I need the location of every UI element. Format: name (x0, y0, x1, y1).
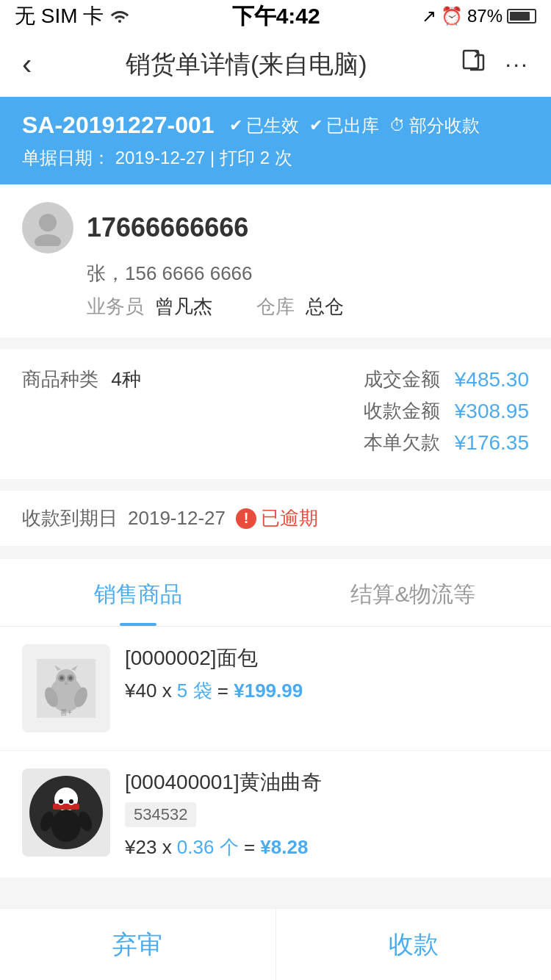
summary-grid: 商品种类 4种 成交金额 ¥485.30 收款金额 ¥308.95 本单欠款 ¥… (22, 367, 529, 461)
collected-row: 收款金额 ¥308.95 (364, 398, 529, 424)
status-badges: ✔ 已生效 ✔ 已出库 ⏱ 部分收款 (229, 114, 480, 137)
alarm-icon: ⏰ (441, 6, 463, 26)
product-price-1: ¥40 x 5 袋 = ¥199.99 (125, 678, 529, 704)
status-right: ↗ ⏰ 87% (422, 6, 536, 26)
battery-percent: 87% (467, 6, 503, 26)
collected-label: 收款金额 (364, 398, 440, 424)
warehouse-value: 总仓 (306, 295, 344, 317)
more-icon[interactable]: ··· (505, 51, 529, 78)
status-left: 无 SIM 卡 (15, 2, 130, 30)
summary-right: 成交金额 ¥485.30 收款金额 ¥308.95 本单欠款 ¥176.35 (364, 367, 529, 461)
overdue-text: 已逾期 (261, 505, 318, 531)
warehouse-field: 仓库 总仓 (256, 294, 344, 320)
status-badge-partial: ⏱ 部分收款 (389, 114, 480, 137)
collected-value: ¥308.95 (455, 400, 529, 423)
customer-sub: 张，156 6666 6666 (87, 261, 529, 287)
order-id: SA-20191227-001 (22, 112, 215, 139)
product-item-2: [000400001]黄油曲奇 534532 ¥23 x 0.36 个 = ¥8… (0, 751, 551, 879)
overdue-badge: ! 已逾期 (236, 505, 318, 531)
time-display: 下午4:42 (232, 1, 320, 32)
product-image-1: 兽+ (22, 644, 110, 732)
nav-actions: ··· (461, 48, 529, 81)
salesperson-label: 业务员 (87, 295, 144, 317)
tab-products[interactable]: 销售商品 (0, 559, 276, 626)
cancel-review-button[interactable]: 弃审 (0, 909, 276, 980)
back-button[interactable]: ‹ (22, 48, 32, 81)
check-icon-2: ✔ (309, 116, 323, 135)
tabs-section: 销售商品 结算&物流等 (0, 559, 551, 627)
bottom-bar: 弃审 收款 (0, 908, 551, 980)
section-divider-2 (0, 479, 551, 491)
check-icon-1: ✔ (229, 116, 242, 135)
warehouse-label: 仓库 (256, 295, 295, 317)
status-badge-shipped: ✔ 已出库 (309, 114, 379, 137)
overdue-icon: ! (236, 508, 256, 529)
battery-icon (507, 9, 536, 24)
customer-section: 17666666666 张，156 6666 6666 业务员 曾凡杰 仓库 总… (0, 184, 551, 337)
category-count: 4种 (111, 368, 140, 390)
due-date-label: 收款到期日 (22, 505, 118, 531)
status-badge-effective: ✔ 已生效 (229, 114, 299, 137)
customer-meta: 业务员 曾凡杰 仓库 总仓 (87, 294, 529, 320)
section-divider-1 (0, 337, 551, 349)
deal-amount-value: ¥485.30 (455, 368, 529, 392)
product-name-2: [000400001]黄油曲奇 (125, 768, 529, 796)
nav-bar: ‹ 销货单详情(来自电脑) ··· (0, 32, 551, 97)
product-price-2: ¥23 x 0.36 个 = ¥8.28 (125, 835, 529, 860)
header-banner: SA-20191227-001 ✔ 已生效 ✔ 已出库 ⏱ 部分收款 单据日期：… (0, 97, 551, 184)
summary-left: 商品种类 4种 (22, 367, 141, 392)
wifi-icon (109, 4, 130, 28)
customer-name: 17666666666 (87, 212, 248, 243)
order-date-row: 单据日期： 2019-12-27 | 打印 2 次 (22, 146, 529, 170)
svg-point-2 (35, 234, 61, 246)
svg-rect-0 (464, 51, 478, 68)
owe-label: 本单欠款 (364, 430, 440, 455)
due-date-value: 2019-12-27 (128, 507, 226, 530)
clock-icon: ⏱ (389, 116, 406, 135)
page-title: 销货单详情(来自电脑) (126, 48, 367, 82)
product-info-2: [000400001]黄油曲奇 534532 ¥23 x 0.36 个 = ¥8… (125, 768, 529, 860)
section-divider-3 (0, 546, 551, 558)
svg-rect-19 (53, 804, 79, 810)
svg-point-8 (60, 677, 64, 680)
due-section: 收款到期日 2019-12-27 ! 已逾期 (0, 491, 551, 546)
svg-text:兽+: 兽+ (60, 708, 72, 716)
status-bar: 无 SIM 卡 下午4:42 ↗ ⏰ 87% (0, 0, 551, 32)
share-icon[interactable] (461, 48, 487, 81)
product-info-1: [0000002]面包 ¥40 x 5 袋 = ¥199.99 (125, 644, 529, 704)
product-qty-1: 5 (177, 680, 187, 702)
svg-point-23 (69, 799, 73, 804)
product-name-1: [0000002]面包 (125, 644, 529, 672)
product-item: 兽+ [0000002]面包 ¥40 x 5 袋 = ¥199.99 (0, 627, 551, 751)
tab-settlement[interactable]: 结算&物流等 (276, 559, 551, 626)
deal-amount-label: 成交金额 (364, 367, 440, 392)
customer-row: 17666666666 (22, 202, 529, 253)
tabs-row: 销售商品 结算&物流等 (0, 559, 551, 627)
product-sku-2: 534532 (125, 802, 196, 827)
collect-button[interactable]: 收款 (276, 909, 552, 980)
svg-point-1 (39, 214, 57, 231)
carrier-text: 无 SIM 卡 (15, 2, 104, 30)
svg-point-9 (69, 677, 73, 680)
product-image-2 (22, 768, 110, 857)
product-list: 兽+ [0000002]面包 ¥40 x 5 袋 = ¥199.99 (0, 627, 551, 879)
summary-section: 商品种类 4种 成交金额 ¥485.30 收款金额 ¥308.95 本单欠款 ¥… (0, 349, 551, 479)
salesperson-value: 曾凡杰 (155, 295, 212, 317)
location-icon: ↗ (422, 6, 436, 26)
svg-point-22 (59, 799, 63, 804)
product-total-1: ¥199.99 (234, 680, 303, 702)
owe-row: 本单欠款 ¥176.35 (364, 430, 529, 455)
product-qty-2: 0.36 (177, 836, 215, 858)
salesperson-field: 业务员 曾凡杰 (87, 294, 212, 320)
svg-point-24 (51, 810, 81, 842)
owe-value: ¥176.35 (455, 431, 529, 455)
deal-amount-row: 成交金额 ¥485.30 (364, 367, 529, 392)
avatar (22, 202, 73, 253)
product-total-2: ¥8.28 (260, 836, 308, 858)
